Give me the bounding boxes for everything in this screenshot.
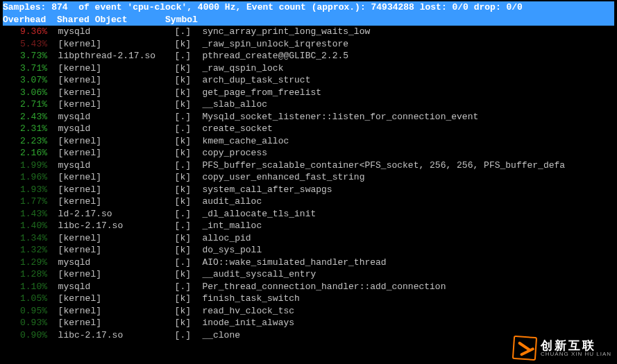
symbol-name: _raw_spin_unlock_irqrestore — [197, 39, 348, 49]
symbol-name: _raw_qspin_lock — [197, 63, 284, 73]
symbol-tag: [k] — [175, 147, 197, 159]
overhead-pct: 1.05% — [3, 293, 47, 305]
perf-row[interactable]: 3.07% [kernel][k] arch_dup_task_struct — [3, 74, 614, 87]
shared-object: [kernel] — [58, 62, 175, 75]
symbol-name: finish_task_switch — [197, 293, 300, 304]
perf-row[interactable]: 3.73% libpthread-2.17.so[.] pthread_crea… — [3, 50, 614, 62]
overhead-pct: 1.43% — [3, 208, 47, 220]
perf-row[interactable]: 1.96% [kernel][k] copy_user_enhanced_fas… — [3, 171, 614, 184]
symbol-name: _dl_allocate_tls_init — [197, 209, 316, 219]
overhead-pct: 1.93% — [3, 184, 47, 196]
shared-object: mysqld — [58, 257, 175, 269]
shared-object: mysqld — [58, 111, 175, 123]
symbol-name: Mysqld_socket_listener::listen_for_conne… — [197, 112, 479, 122]
overhead-pct: 2.31% — [3, 123, 47, 135]
perf-row[interactable]: 1.34% [kernel][k] alloc_pid — [3, 232, 614, 245]
shared-object: ld-2.17.so — [58, 208, 175, 220]
symbol-tag: [k] — [175, 74, 197, 87]
perf-row[interactable]: 2.71% [kernel][k] __slab_alloc — [3, 98, 614, 111]
rows-container: 9.36% mysqld[.] sync_array_print_long_wa… — [3, 26, 614, 341]
watermark-cn: 创新互联 — [541, 340, 611, 352]
symbol-name: AIO::wake_simulated_handler_thread — [197, 257, 387, 268]
symbol-name: _int_malloc — [197, 220, 262, 231]
perf-row[interactable]: 0.95% [kernel][k] read_hv_clock_tsc — [3, 305, 614, 318]
symbol-name: __slab_alloc — [197, 99, 267, 110]
watermark-text: 创新互联 CHUANG XIN HU LIAN — [541, 340, 611, 357]
perf-row[interactable]: 5.43% [kernel][k] _raw_spin_unlock_irqre… — [3, 38, 614, 51]
overhead-pct: 3.71% — [3, 62, 47, 75]
shared-object: mysqld — [58, 281, 175, 293]
symbol-name: sync_array_print_long_waits_low — [197, 26, 371, 37]
perf-row[interactable]: 1.77% [kernel][k] audit_alloc — [3, 196, 614, 208]
shared-object: [kernel] — [58, 305, 175, 318]
symbol-name: arch_dup_task_struct — [197, 75, 311, 85]
shared-object: mysqld — [58, 26, 175, 38]
symbol-tag: [.] — [175, 26, 197, 38]
perf-row[interactable]: 3.71% [kernel][k] _raw_qspin_lock — [3, 62, 614, 75]
overhead-pct: 1.99% — [3, 159, 47, 172]
symbol-tag: [k] — [175, 232, 197, 245]
overhead-pct: 1.96% — [3, 171, 47, 184]
col-symbol: Symbol — [165, 15, 198, 25]
perf-row[interactable]: 2.23% [kernel][k] kmem_cache_alloc — [3, 135, 614, 148]
shared-object: [kernel] — [58, 196, 175, 208]
symbol-tag: [k] — [175, 317, 197, 329]
symbol-name: __audit_syscall_entry — [197, 269, 316, 279]
perf-row[interactable]: 1.28% [kernel][k] __audit_syscall_entry — [3, 268, 614, 281]
overhead-pct: 2.16% — [3, 147, 47, 159]
symbol-tag: [k] — [175, 196, 197, 208]
perf-row[interactable]: 2.31% mysqld[.] create_socket — [3, 123, 614, 135]
col-overhead: Overhead — [3, 15, 46, 25]
symbol-name: kmem_cache_alloc — [197, 136, 289, 146]
symbol-tag: [k] — [175, 171, 197, 184]
perf-row[interactable]: 1.99% mysqld[.] PFS_buffer_scalable_cont… — [3, 159, 614, 172]
overhead-pct: 9.36% — [3, 26, 47, 38]
symbol-tag: [.] — [175, 281, 197, 293]
perf-row[interactable]: 3.06% [kernel][k] get_page_from_freelist — [3, 87, 614, 99]
overhead-pct: 0.93% — [3, 317, 47, 329]
overhead-pct: 1.32% — [3, 244, 47, 257]
perf-report-terminal[interactable]: Samples: 874 of event 'cpu-clock', 4000 … — [0, 0, 617, 343]
perf-row[interactable]: 1.29% mysqld[.] AIO::wake_simulated_hand… — [3, 257, 614, 269]
symbol-name: copy_user_enhanced_fast_string — [197, 172, 365, 182]
overhead-pct: 2.71% — [3, 98, 47, 111]
symbol-name: __clone — [197, 330, 240, 340]
shared-object: [kernel] — [58, 184, 175, 196]
perf-row[interactable]: 1.32% [kernel][k] do_sys_poll — [3, 244, 614, 257]
perf-row[interactable]: 1.93% [kernel][k] system_call_after_swap… — [3, 184, 614, 196]
perf-row[interactable]: 9.36% mysqld[.] sync_array_print_long_wa… — [3, 26, 614, 38]
symbol-tag: [.] — [175, 111, 197, 123]
perf-row[interactable]: 1.40% libc-2.17.so[.] _int_malloc — [3, 220, 614, 232]
perf-row[interactable]: 1.10% mysqld[.] Per_thread_connection_ha… — [3, 281, 614, 293]
overhead-pct: 3.73% — [3, 50, 47, 62]
symbol-tag: [k] — [175, 135, 197, 148]
symbol-tag: [k] — [175, 98, 197, 111]
symbol-tag: [k] — [175, 184, 197, 196]
overhead-pct: 2.23% — [3, 135, 47, 148]
symbol-tag: [.] — [175, 257, 197, 269]
symbol-tag: [.] — [175, 329, 197, 342]
perf-row[interactable]: 0.93% [kernel][k] inode_init_always — [3, 317, 614, 329]
overhead-pct: 1.10% — [3, 281, 47, 293]
perf-row[interactable]: 1.43% ld-2.17.so[.] _dl_allocate_tls_ini… — [3, 208, 614, 220]
symbol-name: audit_alloc — [197, 196, 262, 207]
symbol-tag: [k] — [175, 87, 197, 99]
watermark: 创新互联 CHUANG XIN HU LIAN — [513, 336, 611, 360]
perf-row[interactable]: 2.16% [kernel][k] copy_process — [3, 147, 614, 159]
shared-object: mysqld — [58, 123, 175, 135]
column-header: Overhead Shared Object Symbol — [3, 14, 614, 26]
symbol-name: Per_thread_connection_handler::add_conne… — [197, 281, 446, 292]
perf-row[interactable]: 1.05% [kernel][k] finish_task_switch — [3, 293, 614, 305]
symbol-name: inode_init_always — [197, 318, 294, 328]
perf-row[interactable]: 2.43% mysqld[.] Mysqld_socket_listener::… — [3, 111, 614, 123]
overhead-pct: 1.29% — [3, 257, 47, 269]
shared-object: libc-2.17.so — [58, 329, 175, 342]
shared-object: [kernel] — [58, 135, 175, 148]
shared-object: mysqld — [58, 159, 175, 172]
symbol-name: get_page_from_freelist — [197, 87, 321, 98]
symbol-tag: [k] — [175, 38, 197, 51]
watermark-logo-icon — [512, 336, 537, 361]
symbol-name: pthread_create@@GLIBC_2.2.5 — [197, 51, 348, 61]
shared-object: [kernel] — [58, 171, 175, 184]
overhead-pct: 1.77% — [3, 196, 47, 208]
